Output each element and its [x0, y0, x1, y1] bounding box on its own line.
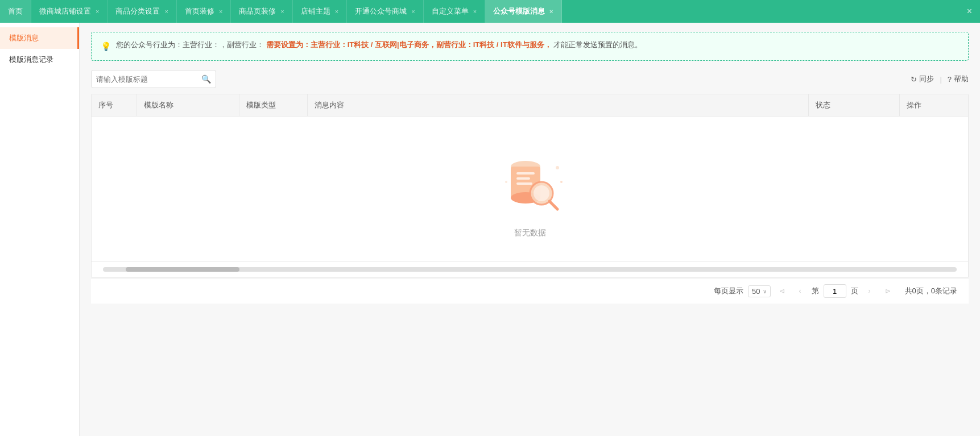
- last-page-button[interactable]: ⊳: [881, 284, 895, 298]
- toolbar-divider: |: [940, 75, 941, 84]
- tab-shop-settings[interactable]: 微商城店铺设置 ×: [31, 0, 107, 23]
- tab-category-settings[interactable]: 商品分类设置 ×: [107, 0, 176, 23]
- prev-page-button[interactable]: ‹: [793, 284, 807, 298]
- help-button[interactable]: ? 帮助: [948, 74, 969, 84]
- first-page-button[interactable]: ⊲: [775, 284, 789, 298]
- sync-label: 同步: [919, 74, 934, 84]
- tab-shop-theme[interactable]: 店铺主题 ×: [293, 0, 347, 23]
- sidebar-item-template-msg-log-label: 模版消息记录: [9, 55, 53, 64]
- data-table: 序号 模版名称 模版类型 消息内容 状态 操作: [91, 94, 969, 278]
- empty-illustration: [496, 151, 564, 219]
- toolbar-right: ↻ 同步 | ? 帮助: [911, 74, 969, 84]
- alert-text: 您的公众号行业为：主营行业：，副营行业： 需要设置为：主营行业：IT科技 / 互…: [116, 39, 642, 51]
- search-input[interactable]: [96, 75, 201, 84]
- col-index: 序号: [92, 94, 137, 116]
- alert-banner: 💡 您的公众号行业为：主营行业：，副营行业： 需要设置为：主营行业：IT科技 /…: [91, 32, 969, 61]
- close-product-decor[interactable]: ×: [280, 8, 284, 15]
- tab-open-mall[interactable]: 开通公众号商城 ×: [347, 0, 423, 23]
- tab-home-label: 首页: [8, 6, 23, 16]
- close-home-decor[interactable]: ×: [219, 8, 222, 15]
- sidebar-item-template-msg[interactable]: 模版消息: [0, 27, 79, 49]
- close-all-button[interactable]: ×: [959, 6, 980, 16]
- sidebar-item-template-msg-log[interactable]: 模版消息记录: [0, 49, 79, 70]
- next-page-button[interactable]: ›: [863, 284, 876, 298]
- svg-line-8: [549, 201, 557, 209]
- close-template-msg[interactable]: ×: [549, 8, 553, 15]
- col-action: 操作: [900, 94, 968, 116]
- col-content: 消息内容: [308, 94, 809, 116]
- sidebar: 模版消息 模版消息记录: [0, 23, 80, 436]
- svg-point-9: [556, 166, 559, 169]
- scroll-track[interactable]: [103, 267, 957, 272]
- scroll-thumb[interactable]: [126, 267, 239, 272]
- tab-category-settings-label: 商品分类设置: [115, 6, 160, 16]
- alert-prefix: 您的公众号行业为：主营行业：，副营行业：: [116, 40, 264, 49]
- svg-point-10: [505, 181, 507, 183]
- alert-suffix: 才能正常发送预置的消息。: [553, 40, 642, 49]
- tab-custom-menu[interactable]: 自定义菜单 ×: [424, 0, 485, 23]
- svg-rect-3: [516, 172, 535, 175]
- alert-icon: 💡: [101, 40, 111, 53]
- sidebar-item-template-msg-label: 模版消息: [9, 34, 39, 42]
- tab-custom-menu-label: 自定义菜单: [432, 6, 469, 16]
- tab-product-decor[interactable]: 商品页装修 ×: [231, 0, 292, 23]
- close-open-mall[interactable]: ×: [411, 8, 415, 15]
- svg-rect-4: [516, 177, 530, 180]
- content-area: 💡 您的公众号行业为：主营行业：，副营行业： 需要设置为：主营行业：IT科技 /…: [80, 23, 980, 436]
- tab-product-decor-label: 商品页装修: [239, 6, 276, 16]
- col-type: 模版类型: [239, 94, 308, 116]
- page-label-before: 第: [812, 286, 819, 296]
- tab-home-decor-label: 首页装修: [185, 6, 214, 16]
- tab-home[interactable]: 首页: [0, 0, 31, 23]
- close-shop-settings[interactable]: ×: [96, 8, 99, 15]
- svg-point-11: [560, 181, 563, 183]
- tab-home-decor[interactable]: 首页装修 ×: [177, 0, 231, 23]
- tab-template-msg-label: 公众号模版消息: [493, 6, 545, 16]
- page-total: 共0页，0条记录: [905, 286, 957, 296]
- scroll-area[interactable]: [92, 261, 968, 277]
- svg-point-7: [534, 185, 549, 201]
- top-nav: 首页 微商城店铺设置 × 商品分类设置 × 首页装修 × 商品页装修 × 店铺主…: [0, 0, 980, 23]
- close-category-settings[interactable]: ×: [164, 8, 168, 15]
- col-status: 状态: [809, 94, 900, 116]
- alert-highlight: 需要设置为：主营行业：IT科技 / 互联网|电子商务，副营行业：IT科技 / I…: [266, 40, 552, 49]
- help-label: 帮助: [954, 74, 969, 84]
- tab-shop-settings-label: 微商城店铺设置: [39, 6, 91, 16]
- col-name: 模版名称: [137, 94, 239, 116]
- empty-state: 暂无数据: [92, 117, 968, 261]
- tab-shop-theme-label: 店铺主题: [301, 6, 330, 16]
- search-input-wrapper[interactable]: 🔍: [91, 70, 216, 88]
- sync-button[interactable]: ↻ 同步: [911, 74, 934, 84]
- main-layout: 模版消息 模版消息记录 💡 您的公众号行业为：主营行业：，副营行业： 需要设置为…: [0, 23, 980, 436]
- page-size-select[interactable]: 50 ∨: [748, 285, 770, 297]
- help-icon: ?: [948, 75, 952, 84]
- tab-template-msg[interactable]: 公众号模版消息 ×: [485, 0, 561, 23]
- table-header: 序号 模版名称 模版类型 消息内容 状态 操作: [92, 94, 968, 117]
- page-size-dropdown-icon: ∨: [763, 288, 767, 294]
- page-number-input[interactable]: [824, 284, 846, 298]
- search-icon[interactable]: 🔍: [201, 74, 211, 84]
- pagination: 每页显示 50 ∨ ⊲ ‹ 第 页 › ⊳ 共0页，0条记录: [91, 278, 969, 304]
- page-size-label: 每页显示: [714, 286, 743, 296]
- svg-rect-5: [516, 182, 532, 185]
- close-shop-theme[interactable]: ×: [335, 8, 338, 15]
- search-bar: 🔍 ↻ 同步 | ? 帮助: [91, 70, 969, 88]
- close-custom-menu[interactable]: ×: [473, 8, 477, 15]
- sync-icon: ↻: [911, 75, 917, 84]
- empty-text: 暂无数据: [514, 228, 546, 238]
- page-size-value: 50: [752, 287, 760, 296]
- tab-open-mall-label: 开通公众号商城: [355, 6, 407, 16]
- page-label-after: 页: [851, 286, 858, 296]
